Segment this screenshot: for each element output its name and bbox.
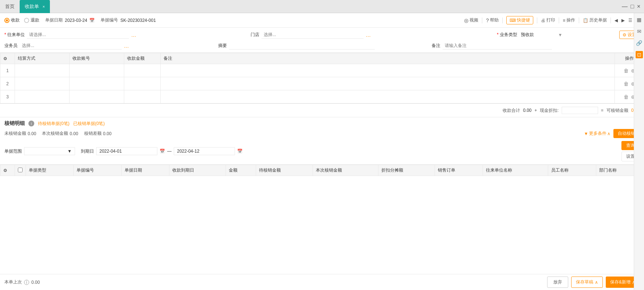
tab-home[interactable]: 首页 [0, 0, 20, 13]
sidebar-mail-icon[interactable]: ✉ [636, 28, 643, 35]
plus-sign: + [534, 108, 537, 113]
collection-total-label: 收款合计 [503, 107, 520, 114]
row-num-3: 3 [0, 90, 15, 103]
bottom-col-counterparty: 往来单位名称 [483, 165, 548, 176]
cal-from-icon[interactable]: 📅 [160, 149, 165, 154]
row-3-amount[interactable] [124, 90, 161, 103]
verified-tab[interactable]: 已核销单据(0笔) [73, 121, 105, 127]
store-input[interactable] [262, 31, 364, 39]
maximize-icon[interactable]: □ [631, 3, 634, 10]
divider3 [537, 17, 537, 23]
radio-group: 收款 退款 [4, 17, 39, 23]
row-2-account[interactable] [70, 77, 124, 90]
current-verify-stat: 本次核销金额 0.00 [42, 130, 78, 137]
counterparty-input[interactable] [27, 31, 129, 39]
info-icon2[interactable]: i [24, 280, 29, 285]
cal-to-icon[interactable]: 📅 [237, 149, 243, 154]
date-from-input[interactable] [96, 147, 157, 155]
nav-left-btn[interactable]: ◀ [614, 18, 618, 23]
history-btn[interactable]: 📋 历史单据 [583, 17, 607, 23]
discount-input[interactable] [562, 107, 598, 114]
row-3-delete-icon[interactable]: 🗑 [624, 94, 629, 100]
row-3-settlement[interactable] [15, 90, 70, 103]
sidebar-table-icon[interactable]: ▦ [636, 16, 643, 23]
employee-more-btn[interactable]: … [124, 43, 129, 49]
bottom-col-docno: 单据编号 [74, 165, 121, 176]
video-btn[interactable]: ◎ 视频 [464, 17, 478, 23]
minimize-icon[interactable]: — [622, 3, 628, 10]
row-1-settlement[interactable] [15, 64, 70, 77]
verification-header: 核销明细 i 待核销单据(0笔) 已核销单据(0笔) [4, 120, 640, 127]
operation-btn[interactable]: ≡ 操作 [563, 17, 575, 23]
doc-number-field: 单据编号 SK-20230324-001 [101, 17, 156, 23]
radio-dot-collection [4, 18, 9, 23]
row-2-settlement[interactable] [15, 77, 70, 90]
bottom-col-check[interactable] [15, 165, 26, 176]
summary-label: 摘要 [218, 43, 227, 49]
row-2-delete-icon[interactable]: 🗑 [624, 81, 629, 87]
row-1-delete-icon[interactable]: 🗑 [624, 68, 629, 74]
more-conditions-btn[interactable]: ▼ 更多条件 ∧ [584, 130, 610, 137]
tab-collection[interactable]: 收款单 × [20, 0, 50, 13]
col-amount-header: 收款金额 [124, 53, 161, 64]
dropdown-arrow-icon: ▼ [67, 149, 72, 154]
store-more-btn[interactable]: … [366, 32, 371, 38]
counterparty-more-btn[interactable]: … [131, 32, 136, 38]
sidebar-attachment-icon[interactable]: 🔗 [636, 39, 643, 47]
remark-input[interactable] [443, 42, 552, 50]
row-1-remark[interactable] [161, 64, 615, 77]
info-icon[interactable]: i [28, 121, 34, 126]
form-header: 收款 退款 单据日期 2023-03-24 📅 单据编号 SK-20230324… [0, 13, 644, 28]
verification-section: 核销明细 i 待核销单据(0笔) 已核销单据(0笔) 未核销金额 0.00 本次… [0, 117, 644, 165]
col-settings-header[interactable]: ⚙ [0, 53, 15, 64]
business-type-label: 业务类型 [497, 32, 517, 38]
due-date-filter: 到期日 📅 — 📅 [81, 147, 243, 155]
sidebar-screenshot-icon[interactable]: ⊡ [636, 51, 643, 58]
row-2-amount[interactable] [124, 77, 161, 90]
equals-sign: = [601, 108, 604, 113]
discard-button[interactable]: 放弃 [547, 277, 568, 288]
pending-tab[interactable]: 待核销单据(0笔) [38, 121, 70, 127]
shortcut-btn[interactable]: ⌨ 快捷键 [506, 16, 533, 24]
row-3-account[interactable] [70, 90, 124, 103]
nav-right-btn[interactable]: ▶ [621, 18, 625, 23]
store-label: 门店 [251, 32, 259, 38]
summary-input[interactable] [229, 42, 375, 50]
filter-row: 单据范围 ▼ 到期日 📅 — 📅 查询 设置 [4, 141, 640, 161]
dropdown-arrow-save-draft[interactable]: ∧ [595, 280, 598, 285]
summary-row: 收款合计 0.00 + 现金折扣: = 可核销金额 0.00 [0, 104, 644, 117]
close-icon[interactable]: × [637, 3, 640, 10]
row-1-amount[interactable] [124, 64, 161, 77]
discount-label: 现金折扣: [540, 107, 558, 114]
row-num-1: 1 [0, 64, 15, 77]
save-draft-button[interactable]: 保存草稿 ∧ [571, 277, 603, 288]
list-view-btn[interactable]: ☰ [628, 18, 632, 23]
date-to-input[interactable] [174, 147, 235, 155]
range-select[interactable]: ▼ [24, 147, 75, 155]
nav-right-icon: ▶ [621, 18, 625, 23]
row-1-account[interactable] [70, 64, 124, 77]
help-btn[interactable]: ? 帮助 [486, 17, 499, 23]
bottom-col-settings[interactable]: ⚙ [0, 165, 15, 176]
row-num-2: 2 [0, 77, 15, 90]
select-all-checkbox[interactable] [18, 168, 23, 172]
tab-close-icon[interactable]: × [43, 4, 45, 9]
gear-icon: ⚙ [623, 32, 627, 38]
remark-field: 备注 [432, 42, 640, 50]
date-field: 单据日期 2023-03-24 📅 [45, 17, 95, 23]
unverified-amount-stat: 未核销金额 0.00 [4, 130, 36, 137]
employee-field: 业务员 … [4, 42, 212, 50]
header-right-toolbar: ◎ 视频 ? 帮助 ⌨ 快捷键 🖨 打印 ≡ 操作 [464, 16, 640, 24]
calendar-icon[interactable]: 📅 [89, 18, 95, 23]
radio-refund[interactable]: 退款 [24, 17, 39, 23]
radio-collection[interactable]: 收款 [4, 17, 20, 23]
row-2-remark[interactable] [161, 77, 615, 90]
nav-left-icon: ◀ [614, 18, 618, 23]
bottom-table-section[interactable]: ⚙ 单据类型 单据编号 单据日期 收款到期日 金额 待核销金额 本次核销金额 折… [0, 165, 644, 274]
employee-input[interactable] [20, 42, 122, 50]
date-label: 单据日期 [45, 17, 63, 23]
row-3-remark[interactable] [161, 90, 615, 103]
print-btn[interactable]: 🖨 打印 [541, 17, 555, 23]
verification-stats: 未核销金额 0.00 本次核销金额 0.00 核销差额 0.00 ▼ 更多条件 … [4, 129, 640, 138]
dropdown-arrow-icon[interactable]: ▼ [558, 32, 562, 38]
